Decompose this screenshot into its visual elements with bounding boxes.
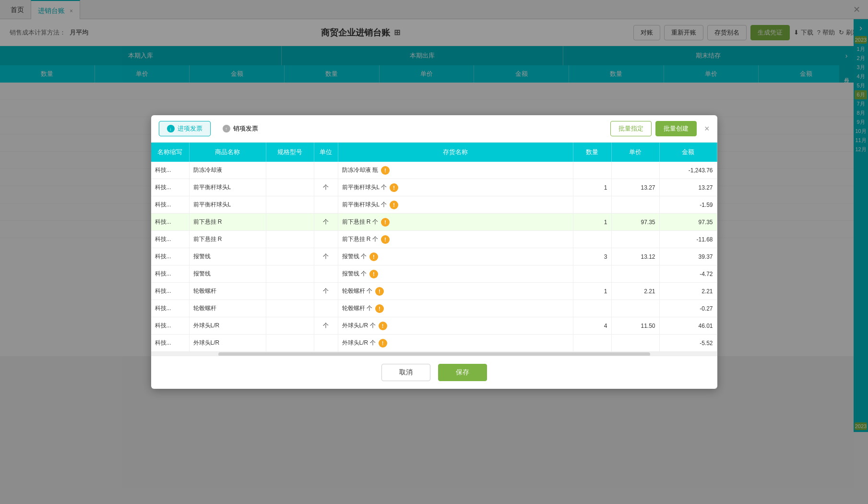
cell-name: 轮毂螺杆 xyxy=(190,283,266,300)
cell-amount: -0.27 xyxy=(660,300,717,317)
cell-amount: 46.01 xyxy=(660,317,717,334)
cell-stock: 外球头L/R 个 ! xyxy=(338,317,573,334)
col-header-stock: 存货名称 xyxy=(338,143,573,162)
cell-unit xyxy=(314,231,338,248)
cell-stock: 轮毂螺杆 个 ! xyxy=(338,283,573,300)
cell-qty xyxy=(573,196,612,213)
scrollbar-thumb[interactable] xyxy=(218,352,650,356)
save-button[interactable]: 保存 xyxy=(438,364,487,381)
dialog-table: 名称缩写 商品名称 规格型号 单位 存货名称 数量 单价 金额 科技... 防冻… xyxy=(151,143,717,356)
tab-inbound-invoice[interactable]: ↓ 进项发票 xyxy=(159,121,211,136)
warning-icon: ! xyxy=(381,218,390,227)
warning-icon: ! xyxy=(369,252,378,261)
cell-qty xyxy=(573,231,612,248)
cell-amount: -4.72 xyxy=(660,265,717,282)
cell-spec xyxy=(266,162,314,179)
outbound-tab-icon: ↑ xyxy=(223,125,230,132)
cell-spec xyxy=(266,283,314,300)
warning-icon: ! xyxy=(379,322,387,330)
cell-unit xyxy=(314,265,338,282)
cell-unit: 个 xyxy=(314,179,338,196)
cell-abbr: 科技... xyxy=(151,179,190,196)
cell-name: 前平衡杆球头L xyxy=(190,179,266,196)
batch-assign-button[interactable]: 批量指定 xyxy=(610,121,652,136)
col-header-name: 商品名称 xyxy=(190,143,266,162)
cell-price: 2.21 xyxy=(612,283,660,300)
cell-price xyxy=(612,231,660,248)
dialog-table-header: 名称缩写 商品名称 规格型号 单位 存货名称 数量 单价 金额 xyxy=(151,143,717,162)
table-row: 科技... 前平衡杆球头L 前平衡杆球头L 个 ! -1.59 xyxy=(151,196,717,214)
cell-amount: 97.35 xyxy=(660,214,717,230)
cell-qty: 1 xyxy=(573,214,612,230)
cell-price: 11.50 xyxy=(612,317,660,334)
cell-abbr: 科技... xyxy=(151,317,190,334)
cell-spec xyxy=(266,231,314,248)
dialog-table-body: 科技... 防冻冷却液 防冻冷却液 瓶 ! -1,243.76 科技... 前平… xyxy=(151,162,717,352)
cell-abbr: 科技... xyxy=(151,335,190,351)
warning-icon: ! xyxy=(390,201,398,209)
cell-name: 报警线 xyxy=(190,265,266,282)
table-row: 科技... 前下悬挂 R 个 前下悬挂 R 个 ! 1 97.35 97.35 xyxy=(151,214,717,231)
cell-price xyxy=(612,196,660,213)
cell-qty: 4 xyxy=(573,317,612,334)
warning-icon: ! xyxy=(390,183,398,192)
table-row: 科技... 轮毂螺杆 个 轮毂螺杆 个 ! 1 2.21 2.21 xyxy=(151,283,717,300)
cell-stock: 前下悬挂 R 个 ! xyxy=(338,214,573,230)
cell-stock: 前下悬挂 R 个 ! xyxy=(338,231,573,248)
cell-stock: 报警线 个 ! xyxy=(338,248,573,265)
cell-abbr: 科技... xyxy=(151,196,190,213)
cell-name: 防冻冷却液 xyxy=(190,162,266,179)
cell-stock: 防冻冷却液 瓶 ! xyxy=(338,162,573,179)
warning-icon: ! xyxy=(375,287,384,296)
cell-price: 13.12 xyxy=(612,248,660,265)
warning-icon: ! xyxy=(379,339,387,348)
cell-qty xyxy=(573,162,612,179)
table-row: 科技... 防冻冷却液 防冻冷却液 瓶 ! -1,243.76 xyxy=(151,162,717,179)
cell-qty: 1 xyxy=(573,179,612,196)
batch-create-button[interactable]: 批量创建 xyxy=(655,121,697,136)
cell-price: 13.27 xyxy=(612,179,660,196)
cell-abbr: 科技... xyxy=(151,214,190,230)
dialog-close-button[interactable]: × xyxy=(704,124,710,134)
cell-qty: 1 xyxy=(573,283,612,300)
cell-price xyxy=(612,162,660,179)
cell-spec xyxy=(266,335,314,351)
cell-stock: 前平衡杆球头L 个 ! xyxy=(338,179,573,196)
cell-abbr: 科技... xyxy=(151,248,190,265)
cell-amount: -1.59 xyxy=(660,196,717,213)
cell-abbr: 科技... xyxy=(151,162,190,179)
table-row: 科技... 前下悬挂 R 前下悬挂 R 个 ! -11.68 xyxy=(151,231,717,248)
warning-icon: ! xyxy=(381,166,390,175)
cell-unit: 个 xyxy=(314,248,338,265)
tab-outbound-invoice[interactable]: ↑ 销项发票 xyxy=(214,121,266,136)
cell-name: 前下悬挂 R xyxy=(190,231,266,248)
dialog-footer: 取消 保存 xyxy=(151,356,717,389)
cancel-button[interactable]: 取消 xyxy=(381,364,430,381)
horizontal-scrollbar[interactable] xyxy=(151,352,717,356)
cell-price xyxy=(612,265,660,282)
cell-amount: -1,243.76 xyxy=(660,162,717,179)
cell-unit xyxy=(314,335,338,351)
cell-amount: -5.52 xyxy=(660,335,717,351)
cell-unit xyxy=(314,162,338,179)
cell-spec xyxy=(266,317,314,334)
inbound-tab-icon: ↓ xyxy=(167,125,175,132)
cell-amount: 13.27 xyxy=(660,179,717,196)
cell-price xyxy=(612,300,660,317)
table-row: 科技... 报警线 报警线 个 ! -4.72 xyxy=(151,265,717,283)
cell-spec xyxy=(266,214,314,230)
cell-qty xyxy=(573,265,612,282)
cell-unit xyxy=(314,300,338,317)
cell-abbr: 科技... xyxy=(151,231,190,248)
col-header-unit: 单位 xyxy=(314,143,338,162)
cell-price xyxy=(612,335,660,351)
table-row: 科技... 外球头L/R 外球头L/R 个 ! -5.52 xyxy=(151,335,717,352)
cell-stock: 外球头L/R 个 ! xyxy=(338,335,573,351)
cell-spec xyxy=(266,179,314,196)
cell-name: 前下悬挂 R xyxy=(190,214,266,230)
warning-icon: ! xyxy=(375,304,384,313)
cell-abbr: 科技... xyxy=(151,300,190,317)
cell-spec xyxy=(266,196,314,213)
cell-abbr: 科技... xyxy=(151,283,190,300)
cell-name: 前平衡杆球头L xyxy=(190,196,266,213)
